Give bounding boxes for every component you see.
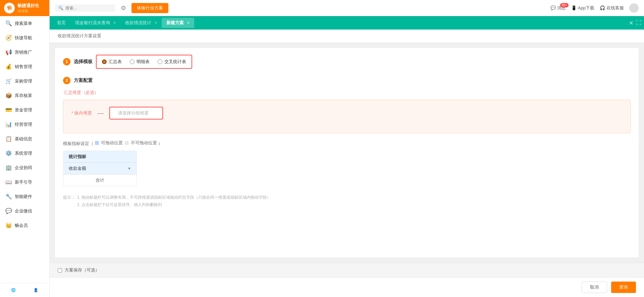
option-summary[interactable]: 汇总表 xyxy=(102,59,122,65)
tab-receipts-label: 收款情况统计 xyxy=(125,20,151,26)
header-right: 💬 消息 99+ 📱 App下载 🎧 在线客服 xyxy=(550,3,639,13)
sidebar-item-label: 销售管理 xyxy=(15,64,32,70)
tab-new-plan[interactable]: 新建方案 × xyxy=(162,18,194,28)
sidebar-item-label: 企业协同 xyxy=(15,165,32,171)
download-button[interactable]: 📱 App下载 xyxy=(571,5,594,11)
tab-controls: ✕ ⛶ xyxy=(629,20,641,26)
download-icon: 📱 xyxy=(571,5,577,10)
page-content: 收款情况统计方案设置 1 选择模板 汇总表 明细表 xyxy=(50,30,644,277)
option-detail-label: 明细表 xyxy=(137,59,150,65)
service-button[interactable]: 🎧 在线客服 xyxy=(600,5,624,11)
box-icon: 📦 xyxy=(5,92,12,99)
save-checkbox[interactable] xyxy=(58,268,62,273)
option-detail[interactable]: 明细表 xyxy=(130,59,150,65)
sidebar-item-purchase[interactable]: 🛒 采购管理 xyxy=(0,74,49,88)
save-label[interactable]: 方案保存（可选） xyxy=(65,267,100,273)
tip2: 提示： 2. 点击标题栏下拉可设置排序、插入列和删除列 xyxy=(63,201,631,209)
tab-expand-icon[interactable]: ⛶ xyxy=(636,20,641,26)
search-bar-icon: 🔍 xyxy=(58,6,63,10)
step2-badge: 2 xyxy=(63,77,70,84)
sidebar-item-marketing[interactable]: 📢 营销推广 xyxy=(0,45,49,59)
sidebar-item-member[interactable]: 👑 畅会员 xyxy=(0,218,49,233)
search-input[interactable] xyxy=(65,6,106,10)
indicator-label-suffix: ） xyxy=(158,141,162,146)
sidebar-item-label: 系统管理 xyxy=(15,150,32,156)
dimension-label-text: 汇总维度（必选） xyxy=(64,90,99,95)
tip-prefix: 提示： xyxy=(63,194,75,201)
tab-new-plan-close[interactable]: × xyxy=(187,20,190,25)
settings-panel: 1 选择模板 汇总表 明细表 交叉统计表 xyxy=(55,48,639,257)
tab-receipts-close[interactable]: × xyxy=(155,20,157,25)
tab-cash-flow[interactable]: 现金银行流水查询 × xyxy=(70,18,120,28)
option-cross[interactable]: 交叉统计表 xyxy=(158,59,186,65)
tab-bar: 首页 现金银行流水查询 × 收款情况统计 × 新建方案 × ✕ ⛶ xyxy=(50,16,644,30)
clipboard-icon: 📋 xyxy=(5,136,12,142)
indicator-cell-amount[interactable]: 收款金额 ▼ xyxy=(63,163,137,175)
chart-icon: 📊 xyxy=(5,121,12,128)
dimension-area: * 纵向维度 — 请选择分组维度 xyxy=(63,100,631,133)
tips-section: 提示： 1. 拖动标题栏可以调整布局，不可跨维度或指标区域拖动栏目字段（只能在同… xyxy=(63,194,631,208)
sidebar-item-label: 资金管理 xyxy=(15,107,32,113)
sidebar-item-label: 快捷导航 xyxy=(15,35,32,41)
tab-cash-flow-close[interactable]: × xyxy=(113,20,116,25)
service-label: 在线客服 xyxy=(606,5,624,11)
option-cross-label: 交叉统计表 xyxy=(164,59,186,65)
tab-receipts[interactable]: 收款情况统计 × xyxy=(120,18,162,28)
sidebar-item-nav[interactable]: 🧭 快捷导航 xyxy=(0,31,49,45)
tab-close-all-icon[interactable]: ✕ xyxy=(629,20,633,26)
query-button[interactable]: 查询 xyxy=(611,282,636,293)
sidebar-bottom-btn2[interactable]: 👤 xyxy=(25,286,47,294)
sidebar-item-hardware[interactable]: 🔧 智能硬件 xyxy=(0,189,49,204)
draggable-legend-label: 可拖动位置 xyxy=(101,140,123,146)
sidebar-item-label: 采购管理 xyxy=(15,78,32,84)
sidebar-item-label: 基础信息 xyxy=(15,136,32,142)
sidebar-item-basic[interactable]: 📋 基础信息 xyxy=(0,132,49,146)
user-avatar[interactable] xyxy=(629,3,639,13)
settings-icon[interactable]: ⚙ xyxy=(121,4,126,12)
logo-badge: 标准版 xyxy=(18,9,39,13)
megaphone-icon: 📢 xyxy=(5,49,12,55)
top-header: 🔍 ⚙ 体验行业方案 💬 消息 99+ 📱 App下载 🎧 在线客服 xyxy=(50,0,644,16)
tip2-text: 2. 点击标题栏下拉可设置排序、插入列和删除列 xyxy=(77,201,162,209)
wechat-icon: 💬 xyxy=(5,208,12,214)
radio-cross[interactable] xyxy=(158,59,162,64)
gear-icon: ⚙️ xyxy=(5,150,12,156)
sidebar-item-inventory[interactable]: 📦 库存核算 xyxy=(0,88,49,103)
sidebar-bottom-btn1[interactable]: 🌐 xyxy=(3,286,24,294)
sidebar-item-label: 库存核算 xyxy=(15,93,32,99)
trial-button[interactable]: 体验行业方案 xyxy=(131,3,168,13)
sidebar: 畅 畅捷通好生 标准版 🔍 搜索菜单 🧭 快捷导航 📢 营销推广 💰 销售管理 … xyxy=(0,0,50,297)
tip1-text: 1. 拖动标题栏可以调整布局，不可跨维度或指标区域拖动栏目字段（只能在同一维度或… xyxy=(77,194,271,201)
search-bar[interactable]: 🔍 xyxy=(55,4,115,12)
sidebar-item-finance[interactable]: 💳 资金管理 xyxy=(0,103,49,117)
sidebar-item-sales[interactable]: 💰 销售管理 xyxy=(0,59,49,74)
sidebar-item-management[interactable]: 📊 经营管理 xyxy=(0,117,49,132)
sidebar-item-guide[interactable]: 📖 新手引导 xyxy=(0,175,49,189)
step2-header: 2 方案配置 xyxy=(63,77,631,84)
dimension-row: * 纵向维度 — 请选择分组维度 xyxy=(71,107,622,119)
cancel-button[interactable]: 取消 xyxy=(582,282,607,293)
dimension-section-label: 汇总维度（必选） xyxy=(63,90,631,96)
radio-summary[interactable] xyxy=(102,59,107,64)
dimension-select-button[interactable]: 请选择分组维度 xyxy=(109,107,163,119)
indicator-table-footer: 合计 xyxy=(63,175,137,186)
tab-home[interactable]: 首页 xyxy=(52,18,70,28)
dimension-separator: — xyxy=(97,109,104,117)
message-button[interactable]: 💬 消息 99+ xyxy=(550,5,566,11)
indicator-settings: 模板指标设定（ 可拖动位置 不可拖动位置 ） 统计指标 xyxy=(63,140,631,187)
indicator-header: 模板指标设定（ 可拖动位置 不可拖动位置 ） xyxy=(63,140,631,147)
step1-section: 1 选择模板 汇总表 明细表 交叉统计表 xyxy=(63,55,631,69)
sidebar-item-wechat[interactable]: 💬 企业微信 xyxy=(0,204,49,218)
fixed-legend-label: 不可拖动位置 xyxy=(131,140,157,146)
radio-detail[interactable] xyxy=(130,59,135,64)
sidebar-item-system[interactable]: ⚙️ 系统管理 xyxy=(0,146,49,160)
step2-title: 方案配置 xyxy=(74,78,93,84)
footer-bar: 取消 查询 xyxy=(50,277,644,297)
sidebar-item-label: 营销推广 xyxy=(15,49,32,55)
book-icon: 📖 xyxy=(5,179,12,185)
sidebar-item-search[interactable]: 🔍 搜索菜单 xyxy=(0,16,49,31)
sidebar-item-enterprise[interactable]: 🏢 企业协同 xyxy=(0,160,49,175)
step1-header: 1 选择模板 汇总表 明细表 交叉统计表 xyxy=(63,55,631,69)
sidebar-logo: 畅 畅捷通好生 标准版 xyxy=(0,0,49,16)
sidebar-bottom: 🌐 👤 xyxy=(0,283,49,297)
